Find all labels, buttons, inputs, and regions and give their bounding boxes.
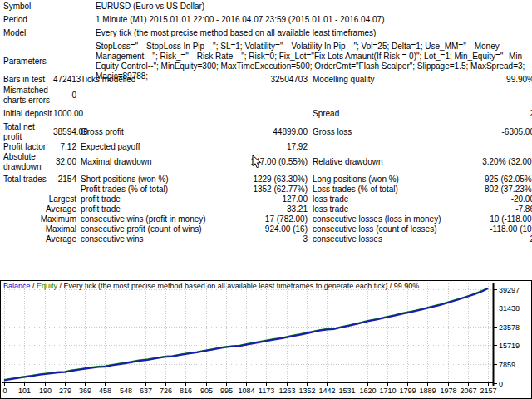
stat-row: Profit factor7.12Expected payoff17.92 xyxy=(0,142,532,152)
y-tick-label: 15719 xyxy=(499,342,520,350)
stat-value: 33.21 xyxy=(224,204,308,214)
stat-label: Maximal drawdown xyxy=(76,152,224,172)
stat-label: consecutive loss (count of losses) xyxy=(308,224,463,234)
stat-row: Total trades2154Short positions (won %)1… xyxy=(0,175,532,185)
balance-line xyxy=(4,288,488,381)
info-label: Symbol xyxy=(0,0,96,13)
chart-plot-area: 0101190279369458548637726816905995108411… xyxy=(1,281,531,398)
stat-sublabel: Average xyxy=(0,204,76,214)
x-tick-label: 905 xyxy=(200,387,213,395)
stat-label: Profit factor xyxy=(0,142,53,152)
stat-value: 38594.00 xyxy=(53,122,76,142)
stat-label: Mismatched charts errors xyxy=(0,85,53,106)
balance-chart: Balance / Equity / Every tick (the most … xyxy=(0,280,532,399)
stat-value: 1229 (63.30%) xyxy=(224,175,308,185)
x-tick-label: 369 xyxy=(79,387,91,395)
stat-sublabel: Average xyxy=(0,234,76,244)
x-tick-label: 1084 xyxy=(238,387,254,395)
stat-value: -118.00 (10) xyxy=(463,224,532,234)
legend-text: / Every tick (the most precise method ba… xyxy=(57,282,419,290)
info-value: Every tick (the most precise method base… xyxy=(96,27,532,40)
x-tick-label: 279 xyxy=(59,387,71,395)
y-tick-label: 31438 xyxy=(499,304,520,313)
stat-label: Expected payoff xyxy=(76,142,224,152)
stat-value: 32.00 xyxy=(53,152,76,172)
stat-value: 10 (-118.00) xyxy=(463,214,532,224)
stat-value xyxy=(463,85,532,106)
stat-row: Averageprofit trade33.21loss trade-7.86 xyxy=(0,204,532,214)
stat-label: Total trades xyxy=(0,175,53,185)
stat-value xyxy=(224,85,308,106)
info-label: Period xyxy=(0,13,96,27)
stat-value: 2 xyxy=(463,234,532,244)
stat-value: 0 xyxy=(53,85,76,106)
y-tick-label: 39297 xyxy=(499,286,520,294)
stat-label: Profit trades (% of total) xyxy=(76,185,224,195)
x-tick-label: 190 xyxy=(39,387,52,395)
stat-value xyxy=(224,109,308,119)
stat-value: 32504703 xyxy=(224,74,308,85)
stat-row: Largestprofit trade127.00loss trade-20.0… xyxy=(0,195,532,204)
stat-sublabel: Maximum xyxy=(0,214,76,224)
stat-row: Maximalconsecutive profit (count of wins… xyxy=(0,224,532,234)
stat-label xyxy=(308,142,463,152)
stat-label: Total net profit xyxy=(0,122,53,142)
chart-legend: Balance / Equity / Every tick (the most … xyxy=(3,282,419,290)
stat-label: loss trade xyxy=(308,204,463,214)
stat-label xyxy=(76,109,224,119)
legend-equity: Equity xyxy=(37,282,57,290)
stat-row: Initial deposit1000.00Spread2 xyxy=(0,109,532,119)
stat-label: Loss trades (% of total) xyxy=(308,185,463,195)
stat-value: -7.86 xyxy=(463,204,532,214)
stat-label: Gross loss xyxy=(308,122,463,142)
x-tick-label: 548 xyxy=(120,387,132,395)
x-tick-label: 816 xyxy=(180,387,192,395)
stat-label: consecutive wins (profit in money) xyxy=(76,214,224,224)
stat-value xyxy=(463,142,532,152)
x-tick-label: 2157 xyxy=(480,387,496,395)
info-label: Model xyxy=(0,27,96,40)
stat-label xyxy=(308,85,463,106)
report-info-table: SymbolEURUSD (Euro vs US Dollar)Period1 … xyxy=(0,0,532,83)
stat-value: 17 (782.00) xyxy=(224,214,308,224)
stat-row: Maximumconsecutive wins (profit in money… xyxy=(0,214,532,224)
y-tick-label: 7859 xyxy=(499,361,515,369)
x-tick-label: 2067 xyxy=(460,387,476,395)
info-row: ModelEvery tick (the most precise method… xyxy=(0,27,532,40)
x-tick-label: 458 xyxy=(99,387,111,395)
x-tick-label: 101 xyxy=(18,387,31,395)
x-tick-label: 1263 xyxy=(278,387,295,395)
stat-value: -6305.00 xyxy=(463,122,532,142)
x-tick-label: 1352 xyxy=(298,387,315,395)
stat-value: 2 xyxy=(463,109,532,119)
stat-label: Initial deposit xyxy=(0,109,53,119)
stat-label: Bars in test xyxy=(0,74,53,85)
x-tick-label: 1620 xyxy=(359,387,376,395)
stat-value: 802 (37.23%) xyxy=(463,185,532,195)
stat-row: Profit trades (% of total)1352 (62.77%)L… xyxy=(0,185,532,195)
info-row: SymbolEURUSD (Euro vs US Dollar) xyxy=(0,0,532,13)
stat-value: 7.12 xyxy=(53,142,76,152)
x-tick-label: 1978 xyxy=(440,387,456,395)
x-tick-label: 726 xyxy=(160,387,172,395)
stat-value: 3 xyxy=(224,234,308,244)
stat-label: profit trade xyxy=(76,204,224,214)
x-tick-label: 1889 xyxy=(419,387,436,395)
stat-label: Ticks modelled xyxy=(76,74,224,85)
x-tick-label: 1442 xyxy=(318,387,335,395)
stat-label: consecutive losses xyxy=(308,234,463,244)
mouse-cursor-icon xyxy=(252,155,262,169)
report-stats-table: Bars in test472413Ticks modelled32504703… xyxy=(0,74,532,244)
stat-label: Gross profit xyxy=(76,122,224,142)
legend-text: / xyxy=(31,282,37,290)
x-tick-label: 995 xyxy=(220,387,233,395)
stat-value: 17.92 xyxy=(224,142,308,152)
stat-sublabel: Largest xyxy=(0,195,76,204)
x-tick-label: 637 xyxy=(140,387,152,395)
stat-label: Spread xyxy=(308,109,463,119)
stat-value: 127.00 xyxy=(224,195,308,204)
stat-row: Total net profit38594.00Gross profit4489… xyxy=(0,122,532,142)
stat-row: Absolute drawdown32.00Maximal drawdown14… xyxy=(0,152,532,172)
stat-value: -20.00 xyxy=(463,195,532,204)
info-value: EURUSD (Euro vs US Dollar) xyxy=(96,0,532,13)
